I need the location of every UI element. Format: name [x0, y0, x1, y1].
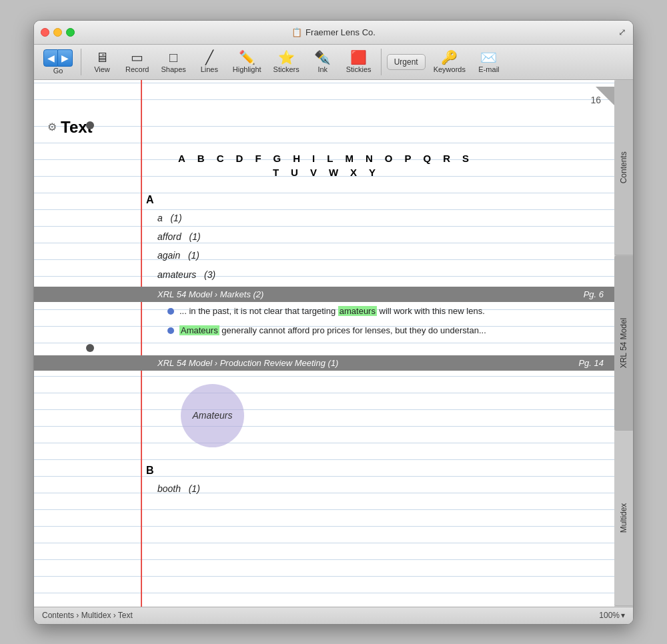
- lines-button[interactable]: ╱ Lines: [193, 49, 226, 75]
- stickies-button[interactable]: 🟥 Stickies: [341, 49, 377, 75]
- titlebar: 📋 Fraemer Lens Co. ⤢: [34, 21, 633, 45]
- tab-contents[interactable]: Contents: [614, 80, 633, 255]
- document-content: 16 ⚙ Text ABCDFGHILMNOPQRS: [34, 80, 614, 505]
- sub-group-2-header[interactable]: XRL 54 Model › Production Review Meeting…: [34, 355, 614, 371]
- left-bullet-1: [86, 121, 94, 129]
- section-b-label: B: [34, 459, 614, 479]
- amateurs-circle-badge[interactable]: Amateurs: [181, 384, 244, 447]
- stickies-icon: 🟥: [350, 51, 367, 64]
- sub-group-2: XRL 54 Model › Production Review Meeting…: [34, 355, 614, 454]
- traffic-lights: [41, 28, 75, 37]
- entry-booth[interactable]: booth (1): [34, 479, 614, 498]
- page-header: 16: [34, 87, 614, 110]
- tab-multidex[interactable]: Multidex: [614, 431, 633, 606]
- record-button[interactable]: ▭ Record: [120, 49, 154, 75]
- highlight-icon: ✏️: [239, 51, 255, 64]
- view-icon: 🖥: [95, 51, 109, 64]
- sub-bullet-2: [167, 327, 174, 334]
- zoom-indicator[interactable]: 100% ▾: [599, 611, 625, 620]
- text-heading-container: ⚙ Text: [34, 110, 614, 141]
- sub-entry-row-2[interactable]: Amateurs generally cannot afford pro pri…: [34, 321, 614, 341]
- stickers-button[interactable]: ⭐ Stickers: [268, 49, 305, 75]
- breadcrumb-text: Contents › Multidex › Text: [42, 611, 133, 620]
- bullet-spacer: [34, 343, 614, 353]
- sub-group-1: XRL 54 Model › Markets (2) Pg. 6 ... in …: [34, 287, 614, 341]
- statusbar: Contents › Multidex › Text 100% ▾: [34, 607, 633, 624]
- fold-corner: [596, 87, 614, 105]
- record-icon: ▭: [131, 51, 143, 64]
- alphabet-header: ABCDFGHILMNOPQRS TUVWXY: [34, 141, 614, 178]
- email-icon: ✉️: [480, 51, 497, 64]
- gear-icon: ⚙: [47, 121, 57, 133]
- sub-entry-row-1[interactable]: ... in the past, it is not clear that ta…: [34, 302, 614, 321]
- window-title: 📋 Fraemer Lens Co.: [291, 27, 376, 37]
- entry-amateurs[interactable]: amateurs (3): [34, 265, 614, 284]
- toolbar-separator: [81, 49, 81, 75]
- entry-a[interactable]: a (1): [34, 209, 614, 227]
- entry-again[interactable]: again (1): [34, 246, 614, 265]
- back-arrow-icon[interactable]: ◀: [43, 49, 58, 67]
- alphabet-row-2: TUVWXY: [47, 167, 601, 178]
- entry-afford[interactable]: afford (1): [34, 227, 614, 246]
- sub-group-2-page: Pg. 14: [578, 358, 604, 368]
- document-area[interactable]: 16 ⚙ Text ABCDFGHILMNOPQRS: [34, 80, 614, 607]
- sub-group-1-header[interactable]: XRL 54 Model › Markets (2) Pg. 6: [34, 287, 614, 302]
- email-button[interactable]: ✉️ E-mail: [472, 49, 506, 75]
- close-button[interactable]: [41, 28, 49, 37]
- fold-triangle: [596, 87, 614, 105]
- sub-group-1-page: Pg. 6: [584, 289, 604, 299]
- ink-icon: ✒️: [314, 51, 331, 64]
- heading-row: ⚙ Text: [34, 110, 614, 141]
- toolbar: ◀ ▶ Go 🖥 View ▭ Record □ Shapes ╱ Lines …: [34, 45, 633, 80]
- view-button[interactable]: 🖥 View: [85, 49, 119, 75]
- shapes-icon: □: [169, 51, 177, 64]
- circle-container: Amateurs: [34, 371, 614, 454]
- left-bullet-2: [86, 344, 94, 352]
- expand-button[interactable]: ⤢: [618, 27, 626, 37]
- go-button[interactable]: ◀ ▶ Go: [39, 47, 77, 77]
- sidebar-tabs: Contents XRL 54 Model Multidex: [614, 80, 633, 607]
- ink-button[interactable]: ✒️ Ink: [306, 49, 340, 75]
- lines-icon: ╱: [205, 51, 213, 64]
- toolbar-separator-2: [381, 49, 382, 75]
- sub-entry-text-2: Amateurs generally cannot afford pro pri…: [179, 324, 486, 338]
- alphabet-row-1: ABCDFGHILMNOPQRS: [74, 153, 574, 164]
- main-area: 16 ⚙ Text ABCDFGHILMNOPQRS: [34, 80, 633, 607]
- section-a-label: A: [34, 189, 614, 209]
- sub-group-1-title: XRL 54 Model › Markets (2): [157, 289, 263, 299]
- app-window: 📋 Fraemer Lens Co. ⤢ ◀ ▶ Go 🖥 View ▭ Rec…: [33, 20, 634, 625]
- shapes-button[interactable]: □ Shapes: [155, 49, 191, 75]
- maximize-button[interactable]: [66, 28, 75, 37]
- highlight-button[interactable]: ✏️ Highlight: [227, 49, 267, 75]
- keywords-icon: 🔑: [441, 51, 458, 64]
- highlight-amateurs-1: amateurs: [338, 306, 377, 316]
- keywords-button[interactable]: Urgent: [387, 54, 426, 70]
- breadcrumb: Contents › Multidex › Text: [42, 611, 133, 620]
- forward-arrow-icon[interactable]: ▶: [58, 49, 73, 67]
- title-icon: 📋: [291, 27, 302, 37]
- tab-xrl-model[interactable]: XRL 54 Model: [614, 255, 633, 431]
- sub-bullet-1: [167, 308, 174, 315]
- stickers-icon: ⭐: [278, 51, 295, 64]
- highlight-amateurs-2: Amateurs: [179, 325, 219, 335]
- zoom-chevron-icon: ▾: [621, 611, 625, 620]
- minimize-button[interactable]: [53, 28, 62, 37]
- circle-badge-text: Amateurs: [193, 410, 233, 421]
- zoom-level: 100%: [599, 611, 620, 620]
- keywords-tool-button[interactable]: 🔑 Keywords: [428, 49, 471, 75]
- sub-entry-text-1: ... in the past, it is not clear that ta…: [179, 305, 485, 319]
- sub-group-2-title: XRL 54 Model › Production Review Meeting…: [157, 358, 338, 368]
